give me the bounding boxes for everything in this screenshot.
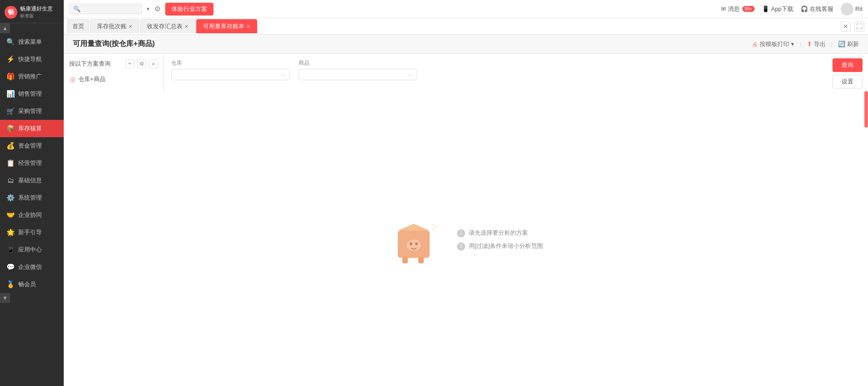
warehouse-text-input[interactable] xyxy=(175,71,278,78)
sidebar-item-label: 快捷导航 xyxy=(18,55,42,63)
warehouse-more-icon[interactable]: ··· xyxy=(280,71,285,78)
search-input[interactable] xyxy=(83,6,128,12)
step-1-num: 1 xyxy=(457,229,465,237)
add-scheme-button[interactable]: + xyxy=(125,59,134,68)
sidebar-item-label: 经营管理 xyxy=(18,159,42,167)
tab-collect-summary[interactable]: 收发存汇总表 ✕ xyxy=(140,19,195,33)
message-button[interactable]: ✉ 消息 99+ xyxy=(721,5,755,13)
sidebar-item-basic-info[interactable]: 🗂 基础信息 xyxy=(0,172,64,189)
sidebar-item-label: 资金管理 xyxy=(18,142,42,150)
tab-home[interactable]: 首页 xyxy=(67,19,89,33)
search-menu-icon: 🔍 xyxy=(6,38,15,46)
sidebar-item-label: 销售管理 xyxy=(18,90,42,98)
message-label: 消息 xyxy=(728,5,740,13)
sidebar: 畅 畅康通好生意 标准版 ▲ 🔍 搜索菜单 ⚡ 快捷导航 🎁 营销推广 📊 销售… xyxy=(0,0,64,386)
sidebar-item-sales[interactable]: 📊 销售管理 xyxy=(0,85,64,103)
chat-icon: 💬 xyxy=(6,263,15,271)
brand-name: 畅康通好生意 xyxy=(20,5,53,13)
scroll-up-btn[interactable]: ▲ xyxy=(0,23,10,33)
sidebar-item-label: 应用中心 xyxy=(18,246,42,254)
sidebar-item-finance[interactable]: 💰 资金管理 xyxy=(0,137,64,154)
home-label: 首页 xyxy=(72,22,84,31)
online-service-button[interactable]: 🎧 在线客服 xyxy=(801,5,833,13)
scheme-item-warehouse-product[interactable]: ◎ 仓库+商品 xyxy=(64,72,163,87)
tab-close-icon[interactable]: ✕ xyxy=(246,24,250,30)
manage-scheme-button[interactable]: ⚙ xyxy=(137,59,146,68)
sidebar-item-purchase[interactable]: 🛒 采购管理 xyxy=(0,103,64,120)
app-download-button[interactable]: 📱 App下载 xyxy=(762,5,793,13)
svg-rect-5 xyxy=(402,257,408,263)
svg-line-9 xyxy=(432,229,435,231)
refresh-button[interactable]: 🔄 刷新 xyxy=(838,40,859,48)
avatar xyxy=(841,3,853,15)
trial-industry-button[interactable]: 体验行业方案 xyxy=(165,3,213,15)
sidebar-item-search[interactable]: 🔍 搜索菜单 xyxy=(0,33,64,51)
sidebar-item-enterprise[interactable]: 🤝 企业协同 xyxy=(0,206,64,224)
tab-close-icon[interactable]: ✕ xyxy=(128,24,132,30)
refresh-icon: 🔄 xyxy=(838,41,845,47)
handshake-icon: 🤝 xyxy=(6,211,15,219)
collapse-panel-button[interactable]: « xyxy=(149,59,158,68)
sidebar-item-inventory[interactable]: 📦 库存核算 xyxy=(0,120,64,137)
folder-icon: 🗂 xyxy=(6,176,15,184)
separator: | xyxy=(831,41,832,47)
page-actions: 🖨 按模板打印 ▾ | ⬆ 导出 | 🔄 刷新 xyxy=(752,40,859,48)
print-button[interactable]: 🖨 按模板打印 ▾ xyxy=(752,40,794,48)
query-button[interactable]: 查询 xyxy=(832,58,863,72)
right-scrollbar[interactable] xyxy=(864,91,868,128)
tab-label: 收发存汇总表 xyxy=(147,22,183,31)
product-text-input[interactable] xyxy=(303,71,405,78)
tab-expand-button[interactable]: ⛶ xyxy=(854,21,864,31)
sidebar-item-app[interactable]: 📱 应用中心 xyxy=(0,241,64,258)
tab-available-inventory[interactable]: 可用量库存账本 ✕ xyxy=(196,19,257,33)
sidebar-item-label: 系统管理 xyxy=(18,194,42,202)
product-input[interactable]: ··· xyxy=(299,69,417,80)
message-badge: 99+ xyxy=(742,6,755,12)
sidebar-item-sys[interactable]: ⚙️ 系统管理 xyxy=(0,189,64,206)
scheme-header-actions: + ⚙ « xyxy=(125,59,158,68)
page-header: 可用量查询(按仓库+商品) 🖨 按模板打印 ▾ | ⬆ 导出 | 🔄 刷新 xyxy=(64,35,868,54)
box-icon: 📦 xyxy=(6,124,15,133)
filter-schemes-panel: 按以下方案查询 + ⚙ « ◎ 仓库+商品 xyxy=(64,54,164,93)
export-icon: ⬆ xyxy=(807,41,812,47)
shortcut-icon: ⚡ xyxy=(6,55,15,63)
sidebar-item-shortcut[interactable]: ⚡ 快捷导航 xyxy=(0,51,64,68)
app-download-label: App下载 xyxy=(771,5,793,13)
scheme-label: 仓库+商品 xyxy=(78,75,106,83)
user-info[interactable]: Rit xyxy=(841,3,863,15)
sidebar-item-label: 企业微信 xyxy=(18,263,42,271)
warehouse-filter-field: 仓库 ··· xyxy=(171,59,289,80)
empty-step-1: 1 请先选择要分析的方案 xyxy=(457,229,543,237)
column-settings-button[interactable]: 设置 xyxy=(832,75,863,88)
sidebar-scroll: ▲ 🔍 搜索菜单 ⚡ 快捷导航 🎁 营销推广 📊 销售管理 🛒 采购管理 📦 库… xyxy=(0,23,64,386)
sidebar-item-marketing[interactable]: 🎁 营销推广 xyxy=(0,68,64,85)
warehouse-input[interactable]: ··· xyxy=(171,69,289,80)
dropdown-arrow-icon[interactable]: ▾ xyxy=(147,5,150,12)
step-2-text: 用[过滤]条件来缩小分析范围 xyxy=(469,242,543,250)
tab-close-icon[interactable]: ✕ xyxy=(184,24,188,30)
phone-icon: 📱 xyxy=(6,246,15,254)
empty-svg xyxy=(389,212,443,267)
topbar-search-box[interactable]: 🔍 xyxy=(69,4,142,14)
sidebar-item-label: 企业协同 xyxy=(18,211,42,219)
export-label: 导出 xyxy=(814,40,826,48)
export-button[interactable]: ⬆ 导出 xyxy=(807,40,826,48)
sidebar-item-label: 畅会员 xyxy=(18,280,36,288)
sidebar-item-wechat[interactable]: 💬 企业微信 xyxy=(0,258,64,276)
svg-point-3 xyxy=(410,242,412,245)
empty-illustration xyxy=(389,212,443,267)
tab-close-all-button[interactable]: ✕ xyxy=(841,21,851,31)
dropdown-chevron-icon: ▾ xyxy=(791,41,794,47)
print-icon: 🖨 xyxy=(752,41,758,47)
step-1-text: 请先选择要分析的方案 xyxy=(469,229,528,237)
medal-icon: 🏅 xyxy=(6,280,15,288)
sidebar-item-guide[interactable]: 🌟 新手引导 xyxy=(0,224,64,241)
tab-batch-account[interactable]: 库存批次账 ✕ xyxy=(90,19,139,33)
empty-state: 1 请先选择要分析的方案 2 用[过滤]条件来缩小分析范围 xyxy=(64,93,868,386)
sidebar-item-ops[interactable]: 📋 经营管理 xyxy=(0,154,64,172)
settings-icon[interactable]: ⚙ xyxy=(154,5,161,13)
scroll-down-btn[interactable]: ▼ xyxy=(0,293,10,303)
sidebar-item-member[interactable]: 🏅 畅会员 xyxy=(0,276,64,293)
sidebar-item-label: 采购管理 xyxy=(18,107,42,115)
product-more-icon[interactable]: ··· xyxy=(408,71,413,78)
